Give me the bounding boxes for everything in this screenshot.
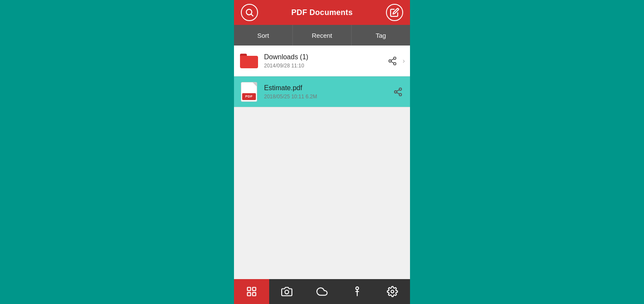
share-button[interactable]: [386, 54, 399, 68]
svg-line-5: [391, 61, 394, 63]
list-item[interactable]: PDF Estimate.pdf 2018/05/25 10:11 6.2M: [234, 76, 410, 107]
toolbar: Sort Recent Tag: [234, 25, 410, 46]
nav-item-camera[interactable]: [269, 279, 304, 304]
nav-item-tools[interactable]: [340, 279, 375, 304]
item-actions: [391, 85, 405, 99]
file-list: Downloads (1) 2014/09/28 11:10 ›: [234, 46, 410, 279]
item-name: Downloads (1): [264, 53, 386, 61]
chevron-right-icon: ›: [403, 57, 405, 65]
bottom-nav: [234, 279, 410, 304]
pdf-icon: PDF: [239, 82, 259, 102]
sort-button[interactable]: Sort: [234, 25, 293, 46]
share-button[interactable]: [391, 85, 405, 99]
header: PDF Documents: [234, 0, 410, 25]
item-meta: 2014/09/28 11:10: [264, 63, 386, 69]
svg-point-16: [285, 290, 289, 294]
svg-rect-15: [252, 292, 256, 296]
page-title: PDF Documents: [292, 8, 353, 17]
svg-line-10: [397, 92, 399, 94]
recent-button[interactable]: Recent: [293, 25, 352, 46]
tag-button[interactable]: Tag: [352, 25, 410, 46]
folder-icon: [239, 51, 259, 71]
item-info: Downloads (1) 2014/09/28 11:10: [264, 53, 386, 69]
item-actions: ›: [386, 54, 405, 68]
svg-point-20: [391, 290, 394, 293]
edit-button[interactable]: [386, 4, 403, 21]
svg-rect-14: [247, 292, 251, 296]
item-info: Estimate.pdf 2018/05/25 10:11 6.2M: [264, 84, 391, 100]
svg-rect-13: [252, 287, 256, 291]
nav-item-settings[interactable]: [375, 279, 410, 304]
svg-line-6: [391, 58, 394, 60]
list-item[interactable]: Downloads (1) 2014/09/28 11:10 ›: [234, 46, 410, 76]
svg-rect-12: [247, 287, 251, 291]
svg-line-11: [397, 89, 399, 91]
nav-item-documents[interactable]: [234, 279, 269, 304]
search-button[interactable]: [241, 4, 258, 21]
item-name: Estimate.pdf: [264, 84, 391, 92]
item-meta: 2018/05/25 10:11 6.2M: [264, 94, 391, 100]
app-container: PDF Documents Sort Recent Tag: [234, 0, 410, 304]
svg-line-1: [251, 14, 253, 16]
nav-item-cloud[interactable]: [304, 279, 340, 304]
